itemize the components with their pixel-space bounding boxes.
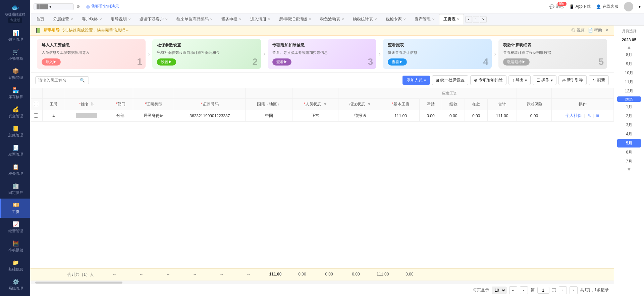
tab-tax-report[interactable]: 税务申报 ✕	[217, 14, 246, 25]
sidebar-item-ecommerce[interactable]: 🛒 小畅电商	[0, 45, 30, 65]
tab-guide[interactable]: 引导说明 ✕	[106, 14, 135, 25]
guide-close-btn[interactable]: ✕	[605, 28, 609, 33]
app-download-btn[interactable]: 📱 App下载	[569, 4, 591, 9]
sidebar-item-expense[interactable]: 🧮 小畅报销	[0, 237, 30, 256]
name-sort-icon[interactable]: ⇅	[91, 102, 94, 107]
settings-gear-btn[interactable]: ⚙	[76, 4, 80, 9]
select-all-checkbox[interactable]	[34, 102, 38, 106]
tab-home[interactable]: 首页	[32, 14, 49, 25]
month-9[interactable]: 9月	[617, 60, 641, 68]
close-tab-tax-expert[interactable]: ✕	[403, 17, 406, 21]
close-tab-clear[interactable]: ✕	[268, 17, 270, 21]
edit-icon[interactable]: ✎	[588, 113, 591, 118]
month-7[interactable]: 7月	[617, 157, 641, 166]
close-tab-tax-stat[interactable]: ✕	[374, 17, 377, 21]
month-8[interactable]: 8月	[617, 51, 641, 59]
tab-asset-mgmt[interactable]: 资产管理 ✕	[410, 14, 439, 25]
tab-tax-stat[interactable]: 纳税统计表 ✕	[348, 14, 381, 25]
close-tab-tax-report[interactable]: ✕	[239, 17, 241, 21]
first-page-btn[interactable]: «	[509, 286, 517, 294]
close-tab-invite[interactable]: ✕	[165, 17, 168, 21]
sidebar-item-payroll[interactable]: 💴 工资	[0, 199, 30, 218]
tab-customer[interactable]: 客户联络 ✕	[77, 14, 106, 25]
help-video-link[interactable]: ◎ 视频	[571, 28, 584, 33]
page-number-input[interactable]	[537, 287, 549, 294]
sidebar-item-ops[interactable]: 📈 经营管理	[0, 218, 30, 237]
tab-clear[interactable]: 进入清册 ✕	[246, 14, 275, 25]
tab-layered[interactable]: 分层经营 ✕	[49, 14, 77, 25]
close-tab-payroll[interactable]: ✕	[457, 17, 460, 21]
search-icon[interactable]: 🔍	[80, 78, 85, 83]
sidebar-item-sales[interactable]: 📊 销售管理	[0, 26, 30, 45]
tab-next-btn[interactable]: ›	[473, 16, 479, 23]
notification-btn[interactable]: 💬 消息 99+	[549, 4, 564, 9]
step-4-btn[interactable]: 查看▶	[388, 58, 407, 66]
prev-page-btn[interactable]: ‹	[520, 286, 528, 294]
close-tab-tax-calc[interactable]: ✕	[309, 17, 311, 21]
sidebar-item-finance[interactable]: 💰 资金管理	[0, 103, 30, 122]
tab-goods-code[interactable]: 往来单位商品编码 ✕	[172, 14, 217, 25]
sidebar-item-sys[interactable]: ⚙️ 系统管理	[0, 275, 30, 294]
help-doc-link[interactable]: 📄 帮助	[588, 28, 602, 33]
close-tab-asset-mgmt[interactable]: ✕	[432, 17, 435, 21]
month-12[interactable]: 12月	[617, 87, 641, 95]
month-1[interactable]: 1月	[617, 103, 641, 111]
newbie-guide-btn[interactable]: ◎ 新手引导	[558, 75, 587, 85]
company-selector[interactable]: ████ ▾	[34, 3, 74, 10]
month-6[interactable]: 6月	[617, 148, 641, 157]
tab-tax-calc[interactable]: 所得税汇算清缴 ✕	[275, 14, 316, 25]
sidebar-item-corp[interactable]: 🤝 企业协同	[0, 294, 30, 296]
status-filter-icon[interactable]: ▼	[323, 102, 327, 107]
refresh-btn[interactable]: ↻ 刷新	[589, 75, 609, 85]
sidebar-item-tax[interactable]: 📋 税务管理	[0, 160, 30, 179]
tab-payroll[interactable]: 工资表 ✕	[439, 14, 464, 25]
tab-prev-btn[interactable]: ‹	[465, 16, 472, 23]
online-support-btn[interactable]: 👤 在线客服	[596, 4, 619, 9]
personal-insurance-link[interactable]: 个人社保	[566, 113, 582, 118]
demo-link[interactable]: ◎ 我要看实例演示	[86, 4, 119, 9]
delete-icon[interactable]: 🗑	[596, 113, 600, 118]
tab-tax-expert[interactable]: 税检专家 ✕	[381, 14, 410, 25]
month-3[interactable]: 3月	[617, 121, 641, 129]
social-insurance-btn[interactable]: ⊞ 统一社保设置	[432, 75, 468, 85]
sidebar-item-ledger[interactable]: 📒 总账管理	[0, 122, 30, 141]
extra-deduction-btn[interactable]: ⊕ 专项附加扣除	[470, 75, 506, 85]
report-filter-icon[interactable]: ▼	[367, 102, 371, 107]
topbar: ████ ▾ ⚙ ◎ 我要看实例演示 💬 消息 99+ 📱 App下载 👤 在线…	[30, 0, 644, 13]
close-tab-layered[interactable]: ✕	[70, 17, 73, 21]
close-tab-guide[interactable]: ✕	[128, 17, 131, 21]
tab-invite[interactable]: 邀请下游客户 ✕	[135, 14, 172, 25]
month-11[interactable]: 11月	[617, 78, 641, 86]
add-employee-btn[interactable]: 添加人员 ▾	[402, 76, 430, 85]
search-input[interactable]	[38, 78, 78, 83]
step-3-btn[interactable]: 查看▶	[272, 58, 291, 66]
month-2[interactable]: 2月	[617, 112, 641, 120]
sidebar-item-invoice[interactable]: 🧾 发票管理	[0, 141, 30, 160]
month-nav-down-btn[interactable]: ▼	[614, 166, 644, 173]
operate-btn[interactable]: ☰ 操作 ▾	[533, 75, 556, 85]
step-2-btn[interactable]: 设置▶	[157, 58, 176, 66]
step-1-btn[interactable]: 导入▶	[42, 58, 61, 66]
sidebar-item-purchase[interactable]: 📦 采购管理	[0, 65, 30, 84]
month-nav-up-btn[interactable]: ▲	[614, 44, 644, 50]
tab-close-all-btn[interactable]: ✕	[480, 16, 487, 23]
next-page-btn[interactable]: ›	[559, 286, 567, 294]
close-tab-customer[interactable]: ✕	[99, 17, 102, 21]
sidebar-item-asset[interactable]: 🏢 固定资产	[0, 179, 30, 199]
close-tab-tax-exempt[interactable]: ✕	[341, 17, 344, 21]
sidebar-item-inventory[interactable]: 🏪 库存核算	[0, 84, 30, 103]
month-4[interactable]: 4月	[617, 130, 641, 138]
tab-tax-exempt[interactable]: 税负波动表 ✕	[316, 14, 348, 25]
user-avatar[interactable]	[624, 2, 633, 11]
scrollbar-thumb[interactable]	[35, 282, 122, 284]
month-5[interactable]: 5月	[617, 139, 641, 147]
user-menu-icon[interactable]: ▾	[639, 4, 641, 9]
last-page-btn[interactable]: »	[570, 286, 578, 294]
close-tab-goods-code[interactable]: ✕	[210, 17, 213, 21]
per-page-select[interactable]: 10 20 50	[492, 287, 506, 294]
step-5-btn[interactable]: 敬请期待▶	[503, 58, 530, 66]
export-btn[interactable]: ↑ 导出 ▾	[508, 75, 531, 85]
sidebar-item-basic[interactable]: 📁 基础信息	[0, 256, 30, 275]
row-checkbox[interactable]	[34, 113, 38, 118]
month-10[interactable]: 10月	[617, 69, 641, 77]
